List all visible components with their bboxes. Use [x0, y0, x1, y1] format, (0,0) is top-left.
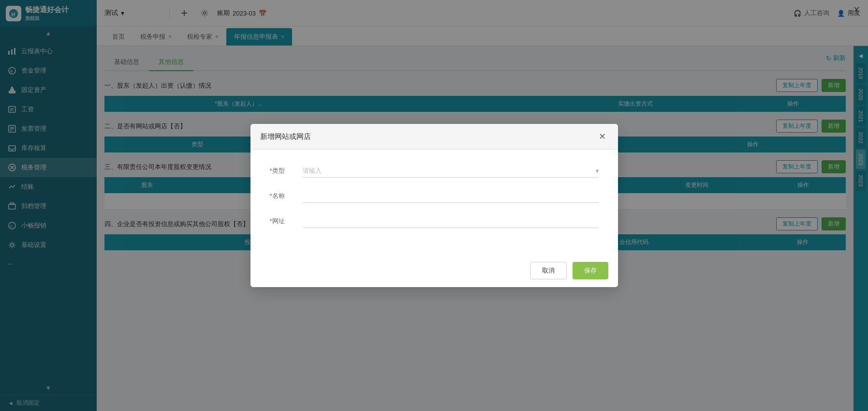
modal-header: 新增网站或网店 ✕ — [250, 124, 618, 150]
form-row-type: *类型 ▾ — [270, 164, 599, 178]
url-label: *网址 — [270, 217, 299, 226]
form-field-type: *类型 ▾ — [270, 164, 599, 178]
required-star: * — [270, 192, 272, 199]
name-label: *名称 — [270, 192, 299, 200]
url-input-wrap — [303, 214, 599, 228]
modal-close-btn[interactable]: ✕ — [597, 131, 608, 142]
form-row-url: *网址 — [270, 214, 599, 228]
add-website-modal: 新增网站或网店 ✕ *类型 ▾ *名 — [250, 124, 618, 287]
modal-body: *类型 ▾ *名称 — [250, 150, 618, 254]
cancel-button[interactable]: 取消 — [530, 262, 567, 279]
type-label: *类型 — [270, 167, 299, 175]
form-row-name: *名称 — [270, 189, 599, 203]
name-input[interactable] — [303, 192, 599, 199]
form-field-name: *名称 — [270, 189, 599, 203]
required-star: * — [270, 167, 272, 174]
modal-title: 新增网站或网店 — [260, 132, 311, 141]
type-input-wrap: ▾ — [303, 164, 599, 178]
url-input[interactable] — [303, 217, 599, 225]
name-input-wrap — [303, 189, 599, 203]
form-field-url: *网址 — [270, 214, 599, 228]
required-star: * — [270, 217, 272, 225]
type-input[interactable] — [303, 167, 596, 174]
dropdown-arrow-icon: ▾ — [596, 167, 599, 174]
modal-footer: 取消 保存 — [250, 254, 618, 287]
modal-overlay: 新增网站或网店 ✕ *类型 ▾ *名 — [0, 0, 868, 411]
save-button[interactable]: 保存 — [573, 262, 608, 279]
